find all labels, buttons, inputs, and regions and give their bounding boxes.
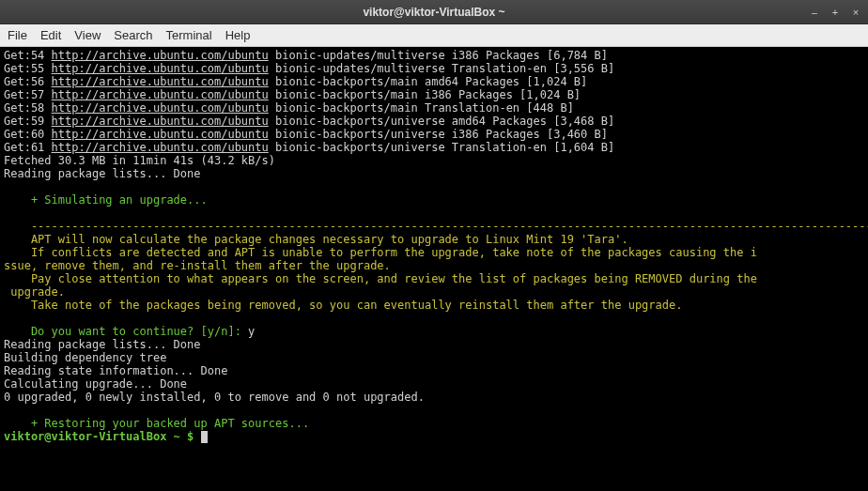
terminal-line: Get:60 http://archive.ubuntu.com/ubuntu … — [4, 128, 864, 141]
apt-url[interactable]: http://archive.ubuntu.com/ubuntu — [52, 88, 269, 101]
apt-url[interactable]: http://archive.ubuntu.com/ubuntu — [52, 101, 269, 115]
terminal-line: APT will now calculate the package chang… — [4, 233, 864, 246]
menu-file[interactable]: File — [8, 28, 27, 42]
terminal-line: Get:54 http://archive.ubuntu.com/ubuntu … — [4, 49, 864, 62]
terminal-line: Get:59 http://archive.ubuntu.com/ubuntu … — [4, 115, 864, 128]
terminal-line: Pay close attention to what appears on t… — [4, 272, 864, 285]
terminal-line: upgrade. — [4, 285, 864, 299]
menu-search[interactable]: Search — [114, 28, 152, 42]
menubar: File Edit View Search Terminal Help — [0, 24, 868, 47]
menu-view[interactable]: View — [74, 28, 101, 42]
terminal-line: Calculating upgrade... Done — [4, 377, 864, 391]
prompt-line[interactable]: viktor@viktor-VirtualBox ~ $ — [4, 430, 864, 443]
apt-url[interactable]: http://archive.ubuntu.com/ubuntu — [52, 62, 269, 75]
terminal-line: + Simulating an upgrade... — [4, 193, 864, 207]
terminal-window: viktor@viktor-VirtualBox ~ – + × File Ed… — [0, 0, 868, 491]
terminal-line — [4, 312, 864, 325]
terminal-line: + Restoring your backed up APT sources..… — [4, 417, 864, 430]
apt-url[interactable]: http://archive.ubuntu.com/ubuntu — [52, 49, 269, 62]
window-controls: – + × — [808, 6, 862, 19]
terminal-line: If conflicts are detected and APT is una… — [4, 246, 864, 259]
close-button[interactable]: × — [849, 6, 862, 19]
terminal-output[interactable]: Get:54 http://archive.ubuntu.com/ubuntu … — [0, 47, 868, 491]
terminal-line: Reading package lists... Done — [4, 338, 864, 351]
terminal-line: ----------------------------------------… — [4, 220, 864, 233]
maximize-button[interactable]: + — [829, 6, 842, 19]
terminal-line: Fetched 30.3 MB in 11min 41s (43.2 kB/s) — [4, 154, 864, 167]
terminal-line: Reading state information... Done — [4, 364, 864, 377]
apt-url[interactable]: http://archive.ubuntu.com/ubuntu — [52, 115, 269, 128]
terminal-line — [4, 207, 864, 220]
terminal-line: 0 upgraded, 0 newly installed, 0 to remo… — [4, 391, 864, 404]
terminal-line: Get:58 http://archive.ubuntu.com/ubuntu … — [4, 101, 864, 115]
menu-help[interactable]: Help — [225, 28, 251, 42]
apt-url[interactable]: http://archive.ubuntu.com/ubuntu — [52, 75, 269, 88]
terminal-line: Get:55 http://archive.ubuntu.com/ubuntu … — [4, 62, 864, 75]
terminal-line: Take note of the packages being removed,… — [4, 299, 864, 312]
menu-terminal[interactable]: Terminal — [166, 28, 212, 42]
window-titlebar[interactable]: viktor@viktor-VirtualBox ~ – + × — [0, 0, 868, 24]
cursor-icon — [201, 431, 208, 443]
minimize-button[interactable]: – — [808, 6, 821, 19]
terminal-line — [4, 404, 864, 417]
shell-prompt: viktor@viktor-VirtualBox ~ $ — [4, 430, 201, 443]
menu-edit[interactable]: Edit — [40, 28, 61, 42]
terminal-line: Get:61 http://archive.ubuntu.com/ubuntu … — [4, 141, 864, 154]
terminal-line: Get:56 http://archive.ubuntu.com/ubuntu … — [4, 75, 864, 88]
apt-url[interactable]: http://archive.ubuntu.com/ubuntu — [52, 128, 269, 141]
terminal-line: ssue, remove them, and re-install them a… — [4, 259, 864, 272]
terminal-line: Get:57 http://archive.ubuntu.com/ubuntu … — [4, 88, 864, 101]
terminal-line: Reading package lists... Done — [4, 167, 864, 180]
terminal-line: Building dependency tree — [4, 351, 864, 364]
window-title: viktor@viktor-VirtualBox ~ — [363, 6, 504, 19]
apt-url[interactable]: http://archive.ubuntu.com/ubuntu — [52, 141, 269, 154]
terminal-line: Do you want to continue? [y/n]: y — [4, 325, 864, 338]
terminal-line — [4, 180, 864, 193]
